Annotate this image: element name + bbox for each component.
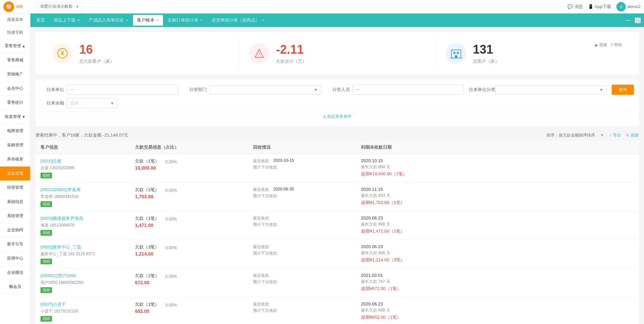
person-input[interactable]: ···: [353, 85, 464, 95]
sidebar-item-enterprise[interactable]: 企业协同: [0, 223, 30, 237]
card-label-2: 欠款合计（万）: [276, 58, 307, 64]
help-button[interactable]: ? 帮助: [611, 42, 622, 48]
sidebar-item-retail-stats[interactable]: 零售统计: [0, 96, 30, 110]
last-collect-label: 最近收款: [253, 273, 273, 278]
export-button[interactable]: ○ 导出: [609, 132, 621, 138]
logo-icon: 畅: [3, 1, 14, 12]
tab-finished-goods[interactable]: 产成品入库单历史 ×: [85, 15, 132, 26]
sidebar-item-inventory[interactable]: 库存核算: [0, 152, 30, 167]
debt-count: 欠款（1笔）: [135, 273, 159, 279]
customer-name[interactable]: [0001020001]李老师: [40, 187, 135, 193]
export-icon: ○: [609, 133, 612, 138]
card-label-1: 总欠款客户（家）: [79, 58, 114, 64]
sidebar-item-member-vip[interactable]: 畅会员: [0, 280, 30, 294]
overdue-amount[interactable]: 超期¥1,703.68（1笔）: [361, 200, 634, 206]
customer-phone: 吕俊 13026203696: [40, 165, 135, 171]
overdue-amount[interactable]: 超期¥652.00（1笔）: [361, 314, 634, 320]
last-collect-label: 最近收款: [253, 244, 273, 250]
search-button[interactable]: 查询: [612, 85, 634, 95]
overdue-amount[interactable]: 超期¥1,471.00（1笔）: [361, 228, 634, 234]
search-menu[interactable]: 搜索菜单: [0, 13, 30, 26]
debt-amount: 10,000.00: [135, 165, 253, 171]
svg-rect-6: [457, 52, 459, 54]
close-tab-2[interactable]: ×: [126, 18, 128, 23]
unit-type-input[interactable]: ▼: [495, 85, 607, 94]
card-icon-debt: !: [249, 43, 269, 63]
col-header-payback: 回收情况: [253, 144, 361, 150]
close-tab-3[interactable]: ×: [157, 18, 159, 23]
close-tab-4[interactable]: ×: [200, 18, 203, 23]
customer-name[interactable]: [0007]小进千: [40, 301, 135, 307]
close-tab-1[interactable]: ×: [78, 18, 80, 23]
payback-cell: 最近收款 2020-10-15 预计下次收款: [253, 158, 361, 171]
overdue-amount[interactable]: 超期¥1,214.00（3笔）: [361, 257, 634, 263]
debt-count: 欠款（1笔）: [135, 158, 159, 164]
sidebar-item-guide[interactable]: 新手引导: [0, 237, 30, 252]
sidebar-item-finance[interactable]: 资金管理: [0, 167, 30, 181]
card-number-1: 16: [79, 42, 114, 57]
sidebar-item-retail-mgmt[interactable]: 零售管理 ▲: [0, 39, 30, 53]
sidebar-item-system[interactable]: 系统管理: [0, 209, 30, 223]
tab-product-listing[interactable]: 商品上下架 ×: [50, 15, 84, 26]
quick-nav[interactable]: 快捷导航: [0, 26, 30, 39]
next-collect-label: 预计下次收款: [253, 279, 277, 285]
debt-amount: 1,471.00: [135, 223, 253, 228]
sidebar-item-app-center[interactable]: 应用中心: [0, 252, 30, 266]
video-help-button[interactable]: ▶ 视频: [595, 42, 607, 48]
overdue-amount[interactable]: 超期¥672.00（1笔）: [361, 286, 634, 292]
store-selector[interactable]: 母婴行业演示账套 ▼: [37, 2, 82, 11]
card-icon-money: ¥: [52, 43, 73, 63]
close-tab-5[interactable]: ×: [262, 18, 264, 23]
table-row: [000002]用户2050 用户2050 18665062050 现销 欠款（…: [35, 269, 639, 297]
overdue-cell: 2020.06.23 最长欠款 998 天 超期¥1,471.00（1笔）: [361, 215, 634, 234]
sidebar-item-member[interactable]: 会员中心: [0, 82, 30, 96]
top-bar: 畅 示范 母婴行业演示账套 ▼ 💬 消息 📱 App下载 d demo2: [0, 0, 644, 13]
last-collect-date: 2020-10-15: [273, 158, 294, 164]
collapse-filter-button[interactable]: ⋀ 收起更多条件: [40, 112, 634, 121]
customer-name[interactable]: [000002]用户2050: [40, 273, 135, 279]
sidebar-item-operations[interactable]: 经营管理: [0, 181, 30, 195]
tab-home[interactable]: 首页: [32, 15, 49, 26]
customer-name[interactable]: [0003]畅捷服务尹海燕: [40, 215, 135, 222]
sidebar: 搜索菜单 快捷导航 零售管理 ▲ 零售商城 营销推广 会员中心 零售统计 批发管…: [0, 13, 30, 324]
tab-purchase-order-stats[interactable]: 采购订单统计表 ×: [164, 15, 207, 26]
sidebar-item-retail-store[interactable]: 零售商城: [0, 53, 30, 67]
tab-minimize-icon[interactable]: —: [624, 16, 632, 24]
dept-input[interactable]: ▼: [209, 85, 321, 94]
refresh-button[interactable]: ↻ 刷新: [626, 132, 639, 138]
debt-amount: 1,214.00: [135, 251, 253, 257]
tab-maximize-icon[interactable]: ⬜: [634, 16, 642, 25]
customer-name[interactable]: [0002]服务中心_丁磊: [40, 244, 135, 250]
overdue-amount[interactable]: 超期¥10,000.00（1笔）: [361, 171, 634, 177]
customer-name[interactable]: [0016]吕俊: [40, 158, 135, 164]
status-badge: 现销: [40, 259, 52, 264]
sidebar-item-basic-info[interactable]: 基础信息: [0, 195, 30, 209]
tab-customer-account[interactable]: 客户账本 ×: [133, 15, 163, 26]
balance-input[interactable]: 选择... ▼: [67, 98, 117, 108]
sidebar-item-wholesale-mgmt[interactable]: 批发管理 ▼: [0, 110, 30, 124]
source-unit-input[interactable]: ···: [67, 85, 178, 95]
table-row: [0002]服务中心_丁磊 服务中心_丁磊 181 0125 8371 现销 欠…: [35, 240, 639, 269]
sidebar-item-wechat[interactable]: 企业微信: [0, 266, 30, 280]
user-avatar[interactable]: d demo2: [616, 2, 641, 11]
messages-button[interactable]: 💬 消息: [567, 4, 583, 10]
sidebar-item-marketing[interactable]: 营销推广: [0, 67, 30, 82]
last-collect-date: 2020-06-30: [273, 187, 294, 193]
overdue-cell: 2020.06.23 最长欠款 998 天 超期¥1,214.00（3笔）: [361, 244, 634, 263]
help-icon: ?: [611, 43, 613, 48]
app-download-button[interactable]: 📱 App下载: [588, 4, 611, 10]
tab-inbound-stats[interactable]: 进货单统计表（按商品） ×: [207, 15, 268, 26]
top-right: 💬 消息 📱 App下载 d demo2: [567, 2, 641, 11]
sidebar-item-purchase[interactable]: 采购管理: [0, 138, 30, 152]
debt-count: 欠款（1笔）: [135, 215, 159, 222]
sidebar-item-ecommerce[interactable]: 电商管理: [0, 124, 30, 138]
next-collect-label: 预计下次收款: [253, 308, 277, 314]
result-actions: 排序：按欠款金额倒序排序 ▼ ○ 导出 ↻ 刷新: [547, 132, 639, 138]
next-collect-label: 预计下次收款: [253, 251, 277, 256]
debt-ratio: 0.00%: [165, 217, 177, 222]
overdue-date: 2020.06.23: [361, 301, 634, 306]
table-row: [0003]畅捷服务尹海燕 海燕 18513066976 现销 欠款（1笔） 0…: [35, 211, 639, 240]
customer-phone: 小进千 18279152100: [40, 308, 135, 314]
debt-amount: 1,703.68: [135, 194, 253, 199]
overdue-cell: 2020.10.15 最长欠款 884 天 超期¥10,000.00（1笔）: [361, 158, 634, 177]
